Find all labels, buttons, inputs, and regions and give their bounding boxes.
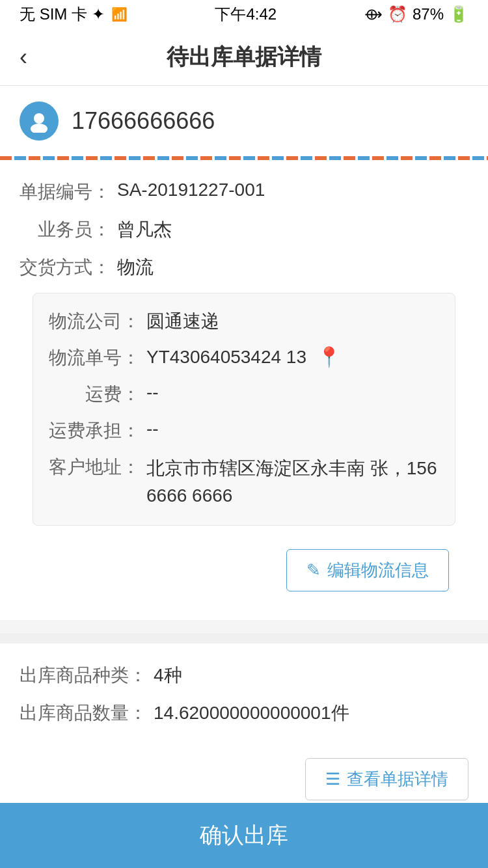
logistics-company-label: 物流公司：: [49, 309, 146, 334]
avatar: [20, 102, 59, 141]
alarm-icon: ⏰: [388, 5, 407, 23]
goods-types-value: 4种: [154, 663, 182, 688]
status-left: 无 SIM 卡 ✦ 📶: [20, 4, 128, 25]
logistics-tracking-value: YT43064053424 13 📍: [146, 346, 439, 368]
status-right: ⟴ ⏰ 87% 🔋: [364, 5, 468, 23]
edit-icon: ✎: [306, 560, 321, 580]
battery-icon: 🔋: [449, 5, 468, 23]
tracking-number: YT43064053424 13: [146, 347, 306, 368]
section-divider: [0, 633, 488, 644]
battery-percent: 87%: [413, 5, 444, 23]
freight-value: --: [146, 382, 439, 403]
address-value: 北京市市辖区海淀区永丰南 张，156 6666 6666: [146, 455, 439, 509]
agent-value: 曾凡杰: [117, 217, 468, 242]
goods-quantity-label: 出库商品数量：: [20, 701, 154, 726]
edit-logistics-button[interactable]: ✎ 编辑物流信息: [286, 549, 449, 591]
map-pin-icon[interactable]: 📍: [317, 346, 341, 368]
wifi-icon: 📶: [111, 7, 128, 22]
svg-point-1: [31, 124, 47, 133]
delivery-value: 物流: [117, 255, 468, 280]
edit-logistics-label: 编辑物流信息: [327, 559, 429, 582]
logistics-card: 物流公司： 圆通速递 物流单号： YT43064053424 13 📍 运费： …: [33, 293, 455, 526]
confirm-button-label: 确认出库: [200, 821, 288, 850]
list-icon: ☰: [325, 769, 340, 789]
location-status-icon: ⟴: [364, 5, 383, 23]
freight-label: 运费：: [49, 382, 146, 407]
delivery-row: 交货方式： 物流: [20, 255, 468, 280]
view-details-button[interactable]: ☰ 查看单据详情: [305, 758, 468, 800]
view-details-label: 查看单据详情: [347, 768, 448, 791]
status-time: 下午4:42: [215, 4, 277, 25]
logistics-company-row: 物流公司： 圆通速递: [49, 309, 439, 334]
address-label: 客户地址：: [49, 455, 146, 480]
logistics-company-value: 圆通速递: [146, 309, 439, 334]
freight-bearer-row: 运费承担： --: [49, 418, 439, 443]
order-no-value: SA-20191227-001: [117, 180, 468, 200]
address-row: 客户地址： 北京市市辖区海淀区永丰南 张，156 6666 6666: [49, 455, 439, 509]
goods-section: 出库商品种类： 4种 出库商品数量： 14.620000000000001件: [0, 644, 488, 752]
goods-types-label: 出库商品种类：: [20, 663, 154, 688]
logistics-tracking-label: 物流单号：: [49, 346, 146, 370]
delivery-label: 交货方式：: [20, 255, 117, 280]
nav-bar: ‹ 待出库单据详情: [0, 29, 488, 86]
svg-point-0: [34, 113, 44, 124]
goods-quantity-value: 14.620000000000001件: [154, 701, 349, 726]
order-no-label: 单据编号：: [20, 180, 117, 204]
freight-bearer-value: --: [146, 418, 439, 439]
edit-logistics-area: ✎ 编辑物流信息: [20, 539, 468, 607]
customer-phone: 17666666666: [72, 107, 215, 135]
customer-header: 17666666666: [0, 86, 488, 156]
goods-types-row: 出库商品种类： 4种: [20, 663, 468, 688]
order-no-row: 单据编号： SA-20191227-001: [20, 180, 468, 204]
sim-text: 无 SIM 卡 ✦: [20, 4, 105, 25]
freight-row: 运费： --: [49, 382, 439, 407]
logistics-tracking-row: 物流单号： YT43064053424 13 📍: [49, 346, 439, 370]
agent-row: 业务员： 曾凡杰: [20, 217, 468, 242]
confirm-bar[interactable]: 确认出库: [0, 803, 488, 868]
freight-bearer-label: 运费承担：: [49, 418, 146, 443]
order-info-section: 单据编号： SA-20191227-001 业务员： 曾凡杰 交货方式： 物流 …: [0, 160, 488, 620]
goods-quantity-row: 出库商品数量： 14.620000000000001件: [20, 701, 468, 726]
back-button[interactable]: ‹: [20, 44, 27, 71]
status-bar: 无 SIM 卡 ✦ 📶 下午4:42 ⟴ ⏰ 87% 🔋: [0, 0, 488, 29]
page-title: 待出库单据详情: [167, 42, 321, 72]
agent-label: 业务员：: [20, 217, 117, 242]
